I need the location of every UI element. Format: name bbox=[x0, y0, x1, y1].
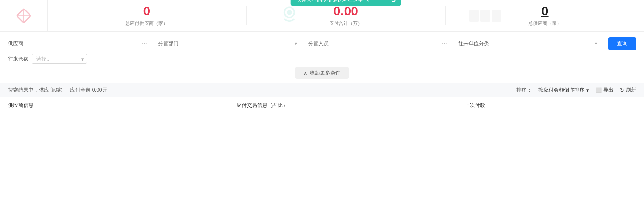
stat-payable-suppliers-label: 总应付供应商（家） bbox=[125, 20, 168, 27]
sort-value-text: 按应付会额倒序排序 bbox=[538, 86, 585, 93]
refresh-label: 刷新 bbox=[626, 86, 636, 93]
sort-dropdown[interactable]: 按应付会额倒序排序 ▾ bbox=[538, 86, 589, 93]
logo-area bbox=[0, 0, 48, 31]
collapse-button[interactable]: ∧ 收起更多条件 bbox=[295, 67, 349, 79]
stat-total-payable-suppliers: 0 总应付供应商（家） bbox=[48, 0, 246, 31]
result-right: 排序： 按应付会额倒序排序 ▾ ⬜ 导出 ↻ 刷新 bbox=[516, 86, 636, 93]
balance-select-wrapper: 选择... bbox=[32, 54, 87, 64]
unit-category-label: 往来单位分类 bbox=[458, 40, 489, 47]
collapse-label: 收起更多条件 bbox=[310, 69, 341, 76]
manager-input[interactable] bbox=[332, 40, 440, 46]
ghost-boxes bbox=[469, 10, 501, 22]
department-field: 分管部门 ▾ bbox=[158, 38, 300, 49]
export-icon: ⬜ bbox=[595, 87, 602, 93]
department-input[interactable] bbox=[182, 40, 293, 46]
sort-label: 排序： bbox=[516, 86, 532, 93]
department-arrow-icon[interactable]: ▾ bbox=[295, 41, 297, 46]
col-header-last-pay: 上次付款 bbox=[465, 102, 636, 109]
balance-select[interactable]: 选择... bbox=[32, 54, 87, 64]
supplier-dots-icon[interactable]: ··· bbox=[142, 40, 147, 47]
search-row-2: 往来余额 选择... bbox=[8, 54, 636, 64]
stat-payable-suppliers-count: 0 bbox=[143, 4, 150, 18]
refresh-icon: ↻ bbox=[620, 87, 624, 93]
search-row-1: 供应商 ··· 分管部门 ▾ 分管人员 ··· 往来单位分类 ▾ 查询 bbox=[8, 37, 636, 50]
tooltip-close-icon[interactable]: × bbox=[366, 0, 370, 3]
refresh-button[interactable]: ↻ 刷新 bbox=[620, 86, 636, 93]
table-body bbox=[0, 114, 644, 204]
supplier-input[interactable] bbox=[27, 40, 140, 46]
stat-icon-decoration bbox=[278, 4, 300, 27]
tooltip-bar: 快速录单的快捷键说明在这里 × bbox=[291, 0, 401, 6]
table-header: 供应商信息 应付交易信息（占比） 上次付款 bbox=[0, 97, 644, 114]
stat-payable-total-label: 应付合计（万） bbox=[329, 20, 362, 27]
diamond-logo-icon bbox=[14, 6, 34, 26]
collapse-row: ∧ 收起更多条件 bbox=[8, 67, 636, 79]
result-amount: 应付金额 0.00元 bbox=[70, 87, 107, 93]
unit-category-input[interactable] bbox=[492, 40, 593, 46]
unit-category-arrow-icon[interactable]: ▾ bbox=[595, 41, 597, 46]
balance-field: 往来余额 选择... bbox=[8, 54, 87, 64]
result-summary: 搜索结果中，供应商0家 应付金额 0.00元 bbox=[8, 86, 107, 93]
balance-label: 往来余额 bbox=[8, 55, 29, 63]
supplier-label: 供应商 bbox=[8, 40, 23, 47]
export-label: 导出 bbox=[603, 86, 614, 93]
department-label: 分管部门 bbox=[158, 40, 179, 47]
stat-total-suppliers: 0 总供应商（家） bbox=[446, 0, 644, 31]
stat-payable-total-count: 0.00 bbox=[333, 4, 358, 18]
tooltip-line bbox=[372, 0, 388, 0]
col-header-payable: 应付交易信息（占比） bbox=[236, 102, 465, 109]
supplier-field: 供应商 ··· bbox=[8, 38, 150, 49]
query-button[interactable]: 查询 bbox=[608, 37, 636, 50]
manager-field: 分管人员 ··· bbox=[308, 38, 450, 49]
export-button[interactable]: ⬜ 导出 bbox=[595, 86, 614, 93]
col-header-supplier: 供应商信息 bbox=[8, 102, 236, 109]
tooltip-dot bbox=[391, 0, 395, 2]
manager-label: 分管人员 bbox=[308, 40, 329, 47]
manager-dots-icon[interactable]: ··· bbox=[442, 40, 447, 47]
tooltip-text: 快速录单的快捷键说明在这里 bbox=[296, 0, 363, 4]
stat-payable-total: 快速录单的快捷键说明在这里 × 0.00 应付合计（万） bbox=[247, 0, 446, 31]
search-area: 供应商 ··· 分管部门 ▾ 分管人员 ··· 往来单位分类 ▾ 查询 往来余额 bbox=[0, 32, 644, 83]
stat-total-suppliers-count: 0 bbox=[541, 4, 549, 18]
svg-point-4 bbox=[287, 10, 292, 15]
collapse-up-icon: ∧ bbox=[303, 70, 307, 76]
stat-total-suppliers-label: 总供应商（家） bbox=[528, 20, 562, 27]
sort-arrow-icon: ▾ bbox=[586, 87, 589, 93]
result-text: 搜索结果中，供应商0家 bbox=[8, 87, 62, 93]
unit-category-field: 往来单位分类 ▾ bbox=[458, 38, 600, 49]
result-bar: 搜索结果中，供应商0家 应付金额 0.00元 排序： 按应付会额倒序排序 ▾ ⬜… bbox=[0, 83, 644, 97]
top-stats-section: 0 总应付供应商（家） 快速录单的快捷键说明在这里 × 0.00 应付合计（万） bbox=[0, 0, 644, 32]
